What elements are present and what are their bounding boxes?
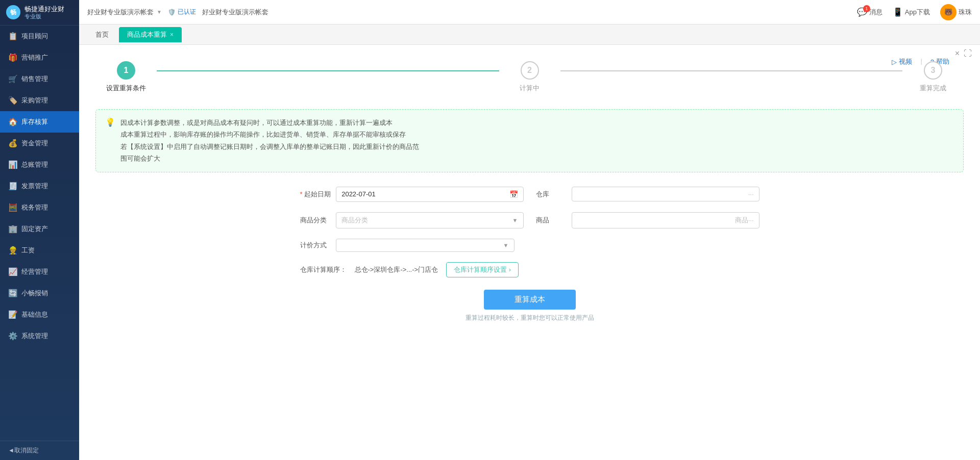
- sidebar-item-basic[interactable]: 📝 基础信息: [0, 304, 79, 325]
- logo-text: 畅捷通好业财 专业版: [24, 5, 64, 20]
- info-content: 因成本计算参数调整，或是对商品成本有疑问时，可以通过成本重算功能，重新计算一遍成…: [120, 117, 419, 165]
- shield-icon: 🛡️: [168, 9, 176, 16]
- calendar-icon[interactable]: 📅: [509, 190, 518, 198]
- message-button[interactable]: 💬 1 消息: [857, 7, 883, 17]
- sidebar-item-inventory[interactable]: 🏠 库存核算: [0, 111, 79, 133]
- category-group: 商品分类 商品分类 ▼: [300, 212, 524, 228]
- steps-container: 1 设置重算条件 2 计算中 3 重算完成: [95, 61, 964, 93]
- assets-icon: 🏢: [8, 224, 17, 234]
- user-avatar-button[interactable]: 🐻 珠珠: [940, 4, 972, 20]
- dots-icon: ···: [748, 190, 754, 198]
- sidebar-item-marketing[interactable]: 🎁 营销推广: [0, 47, 79, 68]
- step-3-circle: 3: [924, 61, 942, 80]
- start-date-input[interactable]: 2022-07-01 📅: [336, 187, 523, 202]
- avatar: 🐻: [940, 4, 957, 20]
- form-area: 起始日期 2022-07-01 📅 仓库 ··· 商品分类: [300, 187, 760, 322]
- pricing-group: 计价方式 ▼: [300, 239, 514, 252]
- sidebar-item-purchase[interactable]: 🏷️ 采购管理: [0, 90, 79, 111]
- recalc-note: 重算过程耗时较长，重算时您可以正常使用产品: [465, 314, 594, 322]
- warehouse-order-label: 仓库计算顺序：: [300, 265, 347, 274]
- form-row-2: 商品分类 商品分类 ▼ 商品 商品 ···: [300, 212, 760, 228]
- warehouse-order-btn[interactable]: 仓库计算顺序设置 ›: [446, 262, 519, 277]
- basic-icon: 📝: [8, 310, 17, 319]
- topbar-right: 💬 1 消息 📱 App下载 🐻 珠珠: [857, 4, 972, 20]
- goods-placeholder: 商品: [735, 216, 748, 225]
- verified-account-name: 好业财专业版演示帐套: [202, 8, 268, 17]
- sidebar-item-sales[interactable]: 🛒 销售管理: [0, 68, 79, 90]
- warehouse-group: 仓库 ···: [536, 187, 760, 201]
- warehouse-input[interactable]: ···: [572, 187, 760, 201]
- verified-badge: 🛡️ 已认证: [168, 8, 196, 16]
- tab-home[interactable]: 首页: [87, 27, 117, 42]
- lightbulb-icon: 💡: [105, 117, 115, 127]
- inventory-icon: 🏠: [8, 117, 17, 126]
- goods-label: 商品: [536, 216, 567, 225]
- sidebar-item-tax[interactable]: 🧮 税务管理: [0, 197, 79, 218]
- goods-input[interactable]: 商品 ···: [572, 212, 760, 228]
- capital-icon: 💰: [8, 139, 17, 148]
- sidebar-item-salary[interactable]: 👷 工资: [0, 240, 79, 261]
- purchase-icon: 🏷️: [8, 96, 17, 105]
- step-1-label: 设置重算条件: [106, 84, 146, 93]
- step-3: 3 重算完成: [902, 61, 964, 93]
- form-row-3: 计价方式 ▼: [300, 239, 760, 252]
- goods-group: 商品 商品 ···: [536, 212, 760, 228]
- account-selector[interactable]: 好业财专业版演示帐套 ▼: [87, 8, 162, 17]
- warehouse-order-value: 总仓->深圳仓库->...->门店仓: [355, 265, 438, 274]
- info-box: 💡 因成本计算参数调整，或是对商品成本有疑问时，可以通过成本重算功能，重新计算一…: [95, 109, 964, 172]
- system-icon: ⚙️: [8, 331, 17, 341]
- phone-icon: 📱: [893, 7, 903, 17]
- chevron-down-icon: ▼: [157, 9, 162, 15]
- tab-recalc[interactable]: 商品成本重算 ×: [119, 27, 182, 42]
- sidebar: 畅 畅捷通好业财 专业版 📋 项目顾问 🎁 营销推广 🛒 销售管理 🏷️ 采购管…: [0, 0, 79, 460]
- pricing-select[interactable]: ▼: [336, 239, 514, 252]
- content-area: × ⛶ ▷ 视频 | ? 帮助 1 设置重算条件: [79, 45, 980, 460]
- general-icon: 📊: [8, 160, 17, 169]
- tabbar: 首页 商品成本重算 ×: [79, 24, 980, 45]
- step-2-label: 计算中: [520, 84, 540, 93]
- sidebar-item-general[interactable]: 📊 总账管理: [0, 154, 79, 175]
- unpin-button[interactable]: ◄取消固定: [0, 441, 79, 460]
- chevron-down-icon: ▼: [512, 217, 518, 223]
- app-download-button[interactable]: 📱 App下载: [893, 7, 930, 17]
- step-line-2: [560, 70, 903, 71]
- recalc-button[interactable]: 重算成本: [484, 290, 576, 310]
- category-select[interactable]: 商品分类 ▼: [336, 212, 524, 228]
- sidebar-item-assets[interactable]: 🏢 固定资产: [0, 218, 79, 240]
- close-window-button[interactable]: ×: [955, 49, 960, 58]
- ops-icon: 📈: [8, 267, 17, 276]
- project-icon: 📋: [8, 32, 17, 41]
- recalc-section: 重算成本 重算过程耗时较长，重算时您可以正常使用产品: [300, 290, 760, 322]
- invoice-icon: 🧾: [8, 182, 17, 191]
- warehouse-order-row: 仓库计算顺序： 总仓->深圳仓库->...->门店仓 仓库计算顺序设置 ›: [300, 262, 760, 277]
- step-1-circle: 1: [117, 61, 135, 80]
- window-controls: × ⛶: [955, 49, 972, 58]
- topbar: 好业财专业版演示帐套 ▼ 🛡️ 已认证 好业财专业版演示帐套 💬 1 消息 📱 …: [79, 0, 980, 24]
- tab-close-icon[interactable]: ×: [170, 31, 174, 38]
- pricing-label: 计价方式: [300, 241, 331, 250]
- step-2: 2 计算中: [499, 61, 560, 93]
- sidebar-item-ops[interactable]: 📈 经营管理: [0, 261, 79, 283]
- sidebar-item-system[interactable]: ⚙️ 系统管理: [0, 325, 79, 347]
- form-row-1: 起始日期 2022-07-01 📅 仓库 ···: [300, 187, 760, 202]
- expense-icon: 🔄: [8, 289, 17, 298]
- step-line-1: [157, 70, 499, 71]
- start-date-group: 起始日期 2022-07-01 📅: [300, 187, 524, 202]
- sidebar-item-capital[interactable]: 💰 资金管理: [0, 133, 79, 154]
- sidebar-item-expense[interactable]: 🔄 小畅报销: [0, 283, 79, 304]
- sidebar-nav: 📋 项目顾问 🎁 营销推广 🛒 销售管理 🏷️ 采购管理 🏠 库存核算 💰 资金…: [0, 25, 79, 441]
- dots-icon: ···: [748, 216, 754, 224]
- warehouse-label: 仓库: [536, 190, 567, 199]
- main-area: 好业财专业版演示帐套 ▼ 🛡️ 已认证 好业财专业版演示帐套 💬 1 消息 📱 …: [79, 0, 980, 460]
- step-1: 1 设置重算条件: [95, 61, 157, 93]
- sidebar-item-project[interactable]: 📋 项目顾问: [0, 25, 79, 47]
- step-3-label: 重算完成: [920, 84, 946, 93]
- chevron-down-icon-pricing: ▼: [503, 242, 509, 248]
- sidebar-item-invoice[interactable]: 🧾 发票管理: [0, 175, 79, 197]
- step-2-circle: 2: [521, 61, 539, 80]
- tax-icon: 🧮: [8, 203, 17, 212]
- expand-window-button[interactable]: ⛶: [964, 49, 972, 58]
- sidebar-logo: 畅 畅捷通好业财 专业版: [0, 0, 79, 25]
- marketing-icon: 🎁: [8, 53, 17, 62]
- notification-count: 1: [863, 5, 870, 12]
